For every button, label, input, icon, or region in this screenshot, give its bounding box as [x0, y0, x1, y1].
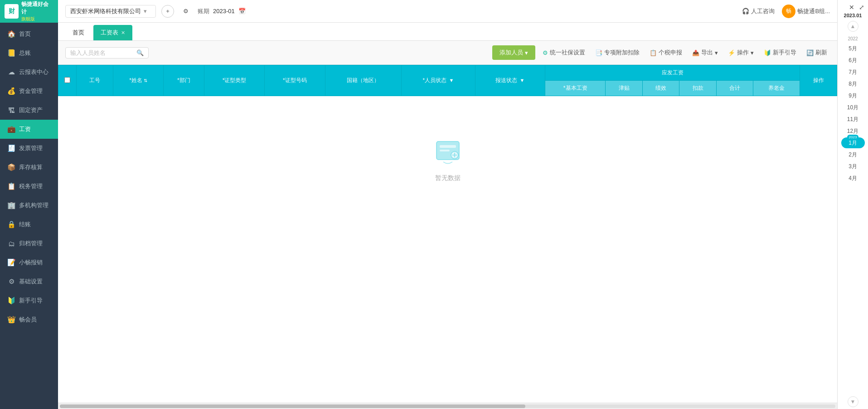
expense-icon: 📝: [7, 258, 15, 267]
sidebar-item-member[interactable]: 👑畅会员: [0, 310, 58, 329]
month-2022-6[interactable]: 6月: [841, 55, 865, 66]
th-checkbox[interactable]: [58, 65, 77, 96]
sidebar-item-cloud-report[interactable]: ☁云报表中心: [0, 63, 58, 82]
logo-icon: 财: [5, 4, 19, 19]
month-2023-4[interactable]: 4月: [841, 173, 865, 184]
salary-icon: 💼: [7, 125, 15, 133]
tax-report-button[interactable]: 📋 个税申报: [647, 47, 685, 58]
tabs-bar: 首页 工资表 ✕: [58, 23, 837, 41]
app-logo: 财 畅捷通好会计 旗舰版: [0, 0, 58, 23]
sidebar-item-expense[interactable]: 📝小畅报销: [0, 253, 58, 272]
toolbar: 🔍 添加人员 ▾ ⚙ 统一社保设置 📑 专项附加扣除 📋 个税申报: [58, 41, 837, 65]
sidebar-label-guide: 新手引导: [19, 297, 43, 305]
ops-arrow-icon: ▾: [751, 49, 754, 56]
th-status[interactable]: *人员状态 ▼: [401, 65, 475, 96]
sidebar-item-home[interactable]: 🏠首页: [0, 24, 58, 44]
select-all-checkbox[interactable]: [64, 77, 70, 83]
close-panel-icon[interactable]: ✕: [848, 3, 855, 12]
operations-button[interactable]: ⚡ 操作 ▾: [725, 47, 756, 58]
add-person-button[interactable]: 添加人员 ▾: [492, 45, 535, 60]
logo-text: 畅捷通好会计 旗舰版: [21, 0, 53, 22]
sidebar-item-fund[interactable]: 💰资金管理: [0, 82, 58, 101]
right-panel: ✕ ⤢ 2023.01 ▲ 2022 5月 6月 7月 8月 9月 10月 11…: [837, 0, 868, 409]
tab-salary-label: 工资表: [101, 29, 118, 37]
arrow-down-area: ▼: [838, 394, 868, 409]
search-input[interactable]: [70, 49, 134, 56]
th-total: 合计: [716, 81, 753, 96]
month-2022-7[interactable]: 7月: [841, 67, 865, 78]
tab-home[interactable]: 首页: [65, 25, 92, 40]
month-2022-5[interactable]: 5月: [841, 43, 865, 54]
month-2022-11[interactable]: 11月: [841, 114, 865, 125]
th-performance: 绩效: [642, 81, 679, 96]
ledger-icon: 📒: [7, 49, 15, 57]
table-container: 工号 *姓名 ⇅ *部门 *证型类型 *证型号码 国籍（地区） *人员状态 ▼: [58, 65, 837, 403]
scroll-up-button[interactable]: ▲: [848, 21, 858, 32]
sidebar-item-invoice[interactable]: 🧾发票管理: [0, 139, 58, 158]
sidebar-item-checkout[interactable]: 🔒结账: [0, 215, 58, 234]
sidebar-item-tax[interactable]: 📋税务管理: [0, 177, 58, 196]
refresh-label: 刷新: [815, 49, 827, 57]
month-2023-2[interactable]: 2月: [841, 149, 865, 160]
sidebar-label-tax: 税务管理: [19, 182, 43, 190]
social-icon: ⚙: [543, 49, 548, 56]
sidebar-label-invoice: 发票管理: [19, 144, 43, 152]
expand-panel-icon[interactable]: ⤢: [858, 3, 865, 12]
user-info[interactable]: 畅 畅捷通B组...: [782, 5, 830, 18]
scrollbar-track[interactable]: [60, 404, 835, 408]
sidebar-label-expense: 小畅报销: [19, 258, 43, 267]
scroll-down-button[interactable]: ▼: [848, 396, 858, 407]
month-2022-9[interactable]: 9月: [841, 90, 865, 101]
month-2022-8[interactable]: 8月: [841, 78, 865, 89]
settings-icon[interactable]: ⚙: [179, 5, 192, 18]
refresh-button[interactable]: 🔄 刷新: [804, 47, 830, 58]
th-cert-no: *证型号码: [265, 65, 325, 96]
sidebar-item-archive[interactable]: 🗂归档管理: [0, 234, 58, 253]
tab-salary-table[interactable]: 工资表 ✕: [93, 25, 132, 40]
special-deduct-button[interactable]: 📑 专项附加扣除: [592, 47, 642, 58]
th-report-status[interactable]: 报送状态 ▼: [475, 65, 545, 96]
th-pension: 养老金: [753, 81, 800, 96]
multi-org-icon: 🏢: [7, 201, 15, 209]
sidebar-label-ledger: 总账: [19, 49, 31, 57]
ops-label: 操作: [737, 49, 749, 57]
month-2023-3[interactable]: 3月: [841, 161, 865, 172]
month-2023-1[interactable]: 2023 1月: [841, 137, 865, 148]
settings-icon: ⚙: [7, 278, 15, 286]
th-id: 工号: [77, 65, 113, 96]
sidebar-item-multi-org[interactable]: 🏢多机构管理: [0, 196, 58, 215]
new-guide-button[interactable]: 🔰 新手引导: [761, 47, 799, 58]
sidebar-item-salary[interactable]: 💼工资: [0, 120, 58, 139]
sidebar-label-member: 畅会员: [19, 316, 37, 324]
sidebar-item-inventory[interactable]: 📦库存核算: [0, 158, 58, 177]
guide-icon: 🔰: [764, 49, 771, 56]
report-filter-icon: ▼: [520, 78, 525, 83]
deduct-label: 专项附加扣除: [604, 49, 640, 57]
sidebar-item-fixed-assets[interactable]: 🏗固定资产: [0, 101, 58, 120]
refresh-icon: 🔄: [806, 49, 814, 56]
sort-icon: ⇅: [144, 78, 147, 83]
header-right: 🎧 人工咨询 畅 畅捷通B组...: [742, 5, 830, 18]
export-arrow-icon: ▾: [715, 49, 718, 56]
sidebar-item-ledger[interactable]: 📒总账: [0, 44, 58, 63]
th-cert-type: *证型类型: [204, 65, 264, 96]
th-name[interactable]: *姓名 ⇅: [113, 65, 163, 96]
panel-year-label: 2023.01: [838, 12, 868, 19]
tab-close-icon[interactable]: ✕: [121, 30, 125, 36]
sidebar-item-settings[interactable]: ⚙基础设置: [0, 272, 58, 291]
scrollbar-thumb[interactable]: [60, 404, 525, 408]
add-company-button[interactable]: +: [161, 5, 174, 18]
social-insurance-button[interactable]: ⚙ 统一社保设置: [540, 47, 588, 58]
search-box[interactable]: 🔍: [65, 47, 149, 58]
help-button[interactable]: 🎧 人工咨询: [742, 7, 775, 15]
th-deduct: 扣款: [679, 81, 716, 96]
th-base-salary: *基本工资: [545, 81, 606, 96]
company-selector[interactable]: 西安虾米网络科技有限公司 ▾: [65, 5, 156, 18]
export-button[interactable]: 📤 导出 ▾: [689, 47, 721, 58]
calendar-icon[interactable]: 📅: [238, 8, 246, 15]
sidebar-label-home: 首页: [19, 30, 31, 38]
month-2022-10[interactable]: 10月: [841, 102, 865, 113]
bottom-scrollbar[interactable]: [58, 403, 837, 409]
checkout-icon: 🔒: [7, 220, 15, 229]
sidebar-item-guide[interactable]: 🔰新手引导: [0, 291, 58, 310]
